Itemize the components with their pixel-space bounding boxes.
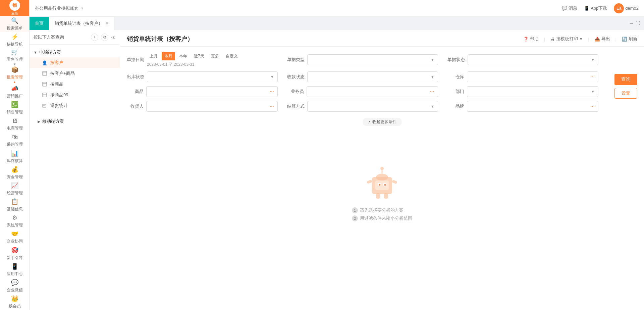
- sidebar-item-search[interactable]: 🔍 搜索菜单: [0, 16, 29, 32]
- warehouse-filter-cell: 仓库 ···: [447, 71, 604, 82]
- date-tab-last-month[interactable]: 上月: [147, 52, 160, 60]
- help-button[interactable]: ❓ 帮助: [523, 36, 539, 42]
- sidebar-item-ecommerce[interactable]: 🖥 电商管理: [0, 116, 29, 133]
- sidebar-item-finance[interactable]: 💰 资金管理: [0, 165, 29, 181]
- goods-label: 商品: [127, 89, 144, 95]
- sidebar: 畅 标版 🔍 搜索菜单 ⚡ 快捷导航 🛒 零售管理 ▼ 📦 批发管理 ▲ 📣 营…: [0, 0, 30, 310]
- doc-status-select[interactable]: ▼: [468, 54, 598, 65]
- sidebar-item-app-center[interactable]: 📱 应用中心: [0, 262, 29, 278]
- sidebar-item-label: 新手引导: [7, 255, 23, 261]
- department-select[interactable]: ▼: [467, 86, 598, 97]
- divider: |: [544, 37, 545, 42]
- scheme-by-goods-99[interactable]: 按商品99: [30, 90, 120, 100]
- sidebar-item-operations[interactable]: 📈 经营管理: [0, 181, 29, 197]
- date-tab-custom[interactable]: 自定义: [223, 52, 240, 60]
- sidebar-item-retail[interactable]: 🛒 零售管理 ▼: [0, 48, 29, 66]
- mobile-group-label: 移动端方案: [42, 118, 64, 124]
- payment-status-filter-cell: 收款状态 ▼: [287, 71, 443, 82]
- refresh-button[interactable]: 🔄 刷新: [622, 36, 637, 42]
- scheme-by-goods-label: 按商品: [50, 81, 63, 87]
- minimize-icon[interactable]: ─: [630, 21, 633, 26]
- tab-sales-stats[interactable]: 销货单统计表（按客户） ✕: [49, 17, 114, 30]
- settings-scheme-button[interactable]: ⚙: [101, 34, 108, 41]
- salesperson-select[interactable]: ···: [307, 86, 438, 97]
- collapse-arrow-icon: ∧: [368, 120, 371, 124]
- return-stats-icon: [42, 103, 48, 109]
- mobile-group-arrow-icon: ▶: [38, 119, 40, 124]
- app-download-label: App下载: [591, 5, 607, 11]
- date-tab-current-year[interactable]: 本年: [176, 52, 190, 60]
- date-tab-7days[interactable]: 近7天: [191, 52, 207, 60]
- collapse-icon: ≪: [111, 35, 116, 40]
- operations-icon: 📈: [11, 182, 18, 189]
- collapse-panel-button[interactable]: ≪: [111, 35, 116, 40]
- doc-type-arrow-icon: ▼: [431, 58, 434, 62]
- doc-type-filter-cell: 单据类型 ▼: [287, 52, 443, 67]
- add-scheme-button[interactable]: +: [91, 34, 98, 41]
- mobile-scheme-group: ▶ 移动端方案: [30, 114, 120, 129]
- sidebar-item-sales[interactable]: 💹 销售管理: [0, 100, 29, 116]
- scheme-by-goods[interactable]: 按商品: [30, 79, 120, 90]
- settings-button[interactable]: 设置: [614, 88, 637, 99]
- brand-filter-cell: 品牌 ···: [447, 101, 604, 112]
- sidebar-item-label: 批发管理: [7, 74, 23, 80]
- maximize-icon[interactable]: ⛶: [636, 21, 640, 26]
- payment-method-select[interactable]: ▼: [307, 101, 438, 112]
- payment-status-select[interactable]: ▼: [307, 71, 438, 82]
- svg-rect-21: [384, 193, 388, 199]
- help-label: 帮助: [530, 36, 539, 42]
- query-button[interactable]: 查询: [614, 74, 637, 85]
- search-icon: 🔍: [11, 17, 18, 24]
- sidebar-item-label: 零售管理: [7, 57, 23, 62]
- goods-select[interactable]: ···: [146, 86, 278, 97]
- sidebar-item-enterprise[interactable]: 🤝 企业协同: [0, 229, 29, 245]
- desktop-group-header[interactable]: ▼ 电脑端方案: [30, 47, 120, 57]
- right-content: 销货单统计表（按客户） ❓ 帮助 | 🖨 按模板打印 ▼ | 📤: [120, 30, 644, 310]
- sidebar-item-shortcuts[interactable]: ⚡ 快捷导航: [0, 32, 29, 48]
- sidebar-item-purchase[interactable]: 🛍 采购管理: [0, 133, 29, 149]
- sidebar-item-wholesale[interactable]: 📦 批发管理 ▲: [0, 66, 29, 84]
- content-area: 按以下方案查询 + ⚙ ≪ ▼ 电脑端方案: [30, 30, 644, 310]
- doc-type-select[interactable]: ▼: [307, 54, 438, 65]
- print-button[interactable]: 🖨 按模板打印 ▼: [550, 36, 583, 42]
- goods-dots-icon: ···: [270, 89, 274, 95]
- sidebar-item-newbie[interactable]: 🎯 新手引导: [0, 246, 29, 262]
- tab-home[interactable]: 首页: [30, 17, 49, 30]
- department-arrow-icon: ▼: [591, 90, 595, 94]
- scheme-by-customer[interactable]: 👤 按客户: [30, 57, 120, 68]
- mobile-group-header[interactable]: ▶ 移动端方案: [30, 116, 120, 126]
- recipient-select[interactable]: ···: [146, 101, 278, 112]
- tab-close-icon[interactable]: ✕: [105, 21, 109, 26]
- svg-point-17: [384, 184, 386, 186]
- empty-tips: 1 请先选择要分析的方案 2 用过滤条件来缩小分析范围: [352, 207, 412, 223]
- sidebar-item-inventory[interactable]: 📊 库存核算: [0, 149, 29, 165]
- left-panel-header: 按以下方案查询 + ⚙ ≪: [30, 30, 120, 45]
- sidebar-item-basics[interactable]: 📋 基础信息: [0, 197, 29, 213]
- date-tab-current-month[interactable]: 本月: [162, 52, 175, 60]
- scheme-by-customer-goods[interactable]: 按客户+商品: [30, 68, 120, 79]
- sidebar-item-member[interactable]: 👑 畅会员: [0, 294, 29, 310]
- panel-actions: + ⚙ ≪: [91, 34, 116, 41]
- breadcrumb-arrow: ▾: [81, 6, 84, 11]
- sidebar-item-system[interactable]: ⚙ 系统管理: [0, 213, 29, 229]
- warehouse-select[interactable]: ···: [467, 71, 598, 82]
- date-tab-more[interactable]: 更多: [208, 52, 222, 60]
- doc-status-filter-cell: 单据状态 ▼: [447, 52, 604, 67]
- export-label: 导出: [601, 36, 610, 42]
- scheme-return-stats[interactable]: 退货统计: [30, 100, 120, 111]
- brand-select[interactable]: ···: [467, 101, 598, 112]
- export-button[interactable]: 📤 导出: [595, 36, 610, 42]
- out-status-select[interactable]: ▼: [147, 71, 278, 82]
- user-profile[interactable]: Ea demo2: [614, 3, 639, 13]
- svg-rect-6: [43, 93, 47, 97]
- collapse-more-button[interactable]: ∧ 收起更多条件: [363, 118, 402, 126]
- sidebar-item-wechat[interactable]: 💬 企业微信: [0, 278, 29, 294]
- recipient-filter-cell: 收货人 ···: [127, 101, 283, 112]
- doc-type-label: 单据类型: [287, 57, 305, 63]
- sidebar-item-label: 经营管理: [7, 190, 23, 196]
- sidebar-item-marketing[interactable]: 📣 营销推广: [0, 84, 29, 100]
- sidebar-item-label: 库存核算: [7, 158, 23, 164]
- message-button[interactable]: 💬 消息: [562, 5, 577, 11]
- app-download-button[interactable]: 📱 App下载: [584, 5, 607, 11]
- left-panel: 按以下方案查询 + ⚙ ≪ ▼ 电脑端方案: [30, 30, 120, 310]
